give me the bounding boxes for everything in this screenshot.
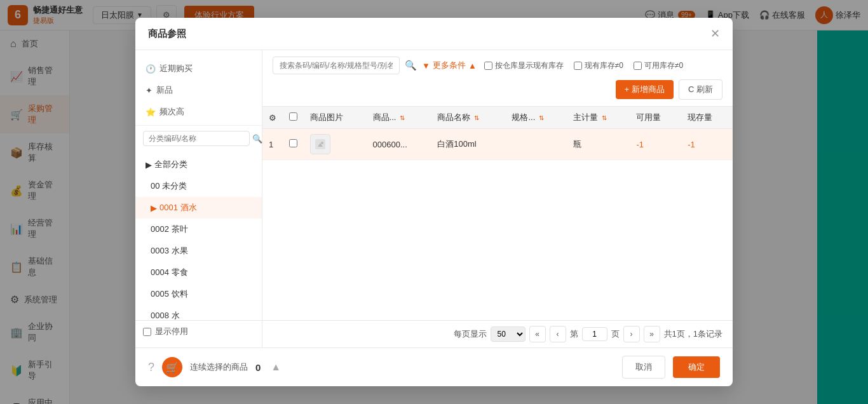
add-product-button[interactable]: + 新增商品	[616, 80, 674, 99]
prev-page-button[interactable]: ‹	[550, 326, 566, 342]
cat-water[interactable]: 0008 水	[135, 305, 262, 320]
cat-label: 0005 饮料	[151, 288, 188, 300]
qa-label: 近期购买	[159, 63, 193, 74]
confirm-button[interactable]: 确定	[673, 356, 720, 378]
modal-toolbar: 🔍 ▼ 更多条件 ▲ 按仓库显示现有库存 现有库存≠0	[262, 50, 733, 107]
code-col-header[interactable]: 商品... ⇅	[367, 107, 431, 129]
cat-label: 全部分类	[154, 159, 187, 170]
modal-left-footer: 显示停用	[135, 320, 262, 342]
qa-new[interactable]: ✦ 新品	[135, 79, 262, 101]
spec-col-header[interactable]: 规格... ⇅	[505, 107, 566, 129]
product-table: ⚙ 商品图片 商品... ⇅ 商品名称 ⇅ 规格... ⇅ 主计量 ⇅ 可用量 …	[262, 107, 733, 160]
settings-col-header[interactable]: ⚙	[262, 107, 283, 129]
cat-all[interactable]: ▶ 全部分类	[135, 154, 262, 175]
filter-label: 更多条件	[433, 60, 466, 71]
name-cell: 白酒100ml	[431, 129, 505, 160]
qa-label: 新品	[156, 84, 173, 96]
code-cell: 000600...	[367, 129, 431, 160]
cat-label: 0003 水果	[151, 245, 188, 257]
cat-label: 0004 零食	[151, 267, 188, 278]
quick-access: 🕐 近期购买 ✦ 新品 ⭐ 频次高	[135, 55, 262, 126]
modal-header: 商品参照 ✕	[135, 18, 733, 50]
image-cell	[304, 129, 367, 160]
cancel-button[interactable]: 取消	[622, 356, 665, 379]
cart-icon-button[interactable]: 🛒	[162, 357, 182, 377]
page-input[interactable]	[582, 327, 607, 341]
first-page-button[interactable]: «	[529, 326, 546, 342]
row-checkbox[interactable]	[289, 139, 297, 147]
cart-count: 0	[255, 362, 261, 373]
pagination-bar: 每页显示 50 100 200 « ‹ 第 页 › » 共1页，1条记录	[262, 320, 733, 347]
unit-col-header[interactable]: 主计量 ⇅	[567, 107, 630, 129]
show-disabled-checkbox[interactable]	[143, 328, 151, 336]
total-label: 共1页，1条记录	[664, 328, 722, 340]
warehouse-label: 按仓库显示现有库存	[495, 60, 564, 71]
category-search-icon[interactable]: 🔍	[252, 134, 262, 144]
page-suffix: 页	[611, 328, 620, 340]
per-page-select[interactable]: 50 100 200	[491, 327, 526, 342]
avail-filter[interactable]: 可用库存≠0	[634, 60, 683, 71]
cat-drink[interactable]: 0005 饮料	[135, 283, 262, 305]
stock-col-header: 现存量	[681, 107, 733, 129]
star-icon: ⭐	[146, 107, 156, 117]
cat-fruit[interactable]: 0003 水果	[135, 240, 262, 262]
unit-cell: 瓶	[567, 129, 630, 160]
category-search-input[interactable]	[143, 131, 250, 146]
arrow-icon: ▶	[146, 160, 152, 170]
collapse-arrow-icon[interactable]: ▲	[271, 361, 281, 373]
per-page-label: 每页显示	[454, 328, 487, 340]
modal-left-panel: 🕐 近期购买 ✦ 新品 ⭐ 频次高 🔍	[135, 50, 262, 347]
warehouse-filter[interactable]: 按仓库显示现有库存	[484, 60, 564, 71]
product-reference-modal: 商品参照 ✕ 🕐 近期购买 ✦ 新品 ⭐	[135, 18, 733, 386]
modal-close-button[interactable]: ✕	[710, 27, 720, 41]
cat-label: 00 未分类	[151, 180, 187, 192]
filter-checkboxes: 按仓库显示现有库存 现有库存≠0 可用库存≠0	[484, 60, 684, 71]
qa-frequent[interactable]: ⭐ 频次高	[135, 101, 262, 123]
product-search-input[interactable]	[273, 57, 400, 74]
modal-footer: ? 🛒 连续选择的商品 0 ▲ 取消 确定	[135, 347, 733, 386]
cat-label: 0008 水	[151, 310, 180, 320]
name-col-header[interactable]: 商品名称 ⇅	[431, 107, 505, 129]
modal-right-panel: 🔍 ▼ 更多条件 ▲ 按仓库显示现有库存 现有库存≠0	[262, 50, 733, 347]
avail-checkbox[interactable]	[634, 62, 642, 70]
cat-tea[interactable]: 0002 茶叶	[135, 219, 262, 240]
cat-label: 0001 酒水	[159, 202, 197, 213]
refresh-button[interactable]: C 刷新	[679, 79, 722, 100]
stock-label: 现有库存≠0	[585, 60, 623, 71]
help-icon[interactable]: ?	[148, 361, 154, 374]
stock-checkbox[interactable]	[574, 62, 582, 70]
svg-point-1	[321, 142, 323, 144]
page-label: 第	[570, 328, 578, 340]
stock-filter[interactable]: 现有库存≠0	[574, 60, 623, 71]
new-icon: ✦	[146, 86, 153, 95]
warehouse-checkbox[interactable]	[484, 62, 492, 70]
checkbox-col-header[interactable]	[283, 107, 304, 129]
more-filters-button[interactable]: ▼ 更多条件 ▲	[422, 60, 477, 71]
cat-snack[interactable]: 0004 零食	[135, 262, 262, 283]
stock-cell: -1	[681, 129, 733, 160]
available-cell: -1	[630, 129, 681, 160]
row-checkbox-cell[interactable]	[283, 129, 304, 160]
collapse-icon: ▲	[468, 61, 477, 71]
cat-uncategorized[interactable]: 00 未分类	[135, 175, 262, 197]
qa-recent[interactable]: 🕐 近期购买	[135, 58, 262, 79]
cart-label: 连续选择的商品	[190, 361, 248, 373]
last-page-button[interactable]: »	[644, 326, 660, 342]
next-page-button[interactable]: ›	[623, 326, 640, 342]
cat-label: 0002 茶叶	[151, 224, 188, 235]
modal-title: 商品参照	[148, 28, 186, 40]
spec-cell	[505, 129, 566, 160]
product-thumbnail	[310, 134, 330, 154]
image-col-header: 商品图片	[304, 107, 367, 129]
table-row[interactable]: 1 000600... 白酒100ml 瓶	[262, 129, 733, 160]
avail-label: 可用库存≠0	[644, 60, 683, 71]
recent-icon: 🕐	[146, 64, 156, 74]
category-search-bar: 🔍	[135, 126, 262, 151]
modal-body: 🕐 近期购买 ✦ 新品 ⭐ 频次高 🔍	[135, 50, 733, 347]
select-all-checkbox[interactable]	[289, 112, 297, 121]
available-col-header: 可用量	[630, 107, 681, 129]
show-disabled-label[interactable]: 显示停用	[155, 326, 188, 337]
cat-liquor[interactable]: ▶ 0001 酒水	[135, 197, 262, 219]
category-tree: ▶ 全部分类 00 未分类 ▶ 0001 酒水 0002 茶叶 0003 水果	[135, 151, 262, 320]
product-search-button[interactable]: 🔍	[405, 60, 417, 71]
